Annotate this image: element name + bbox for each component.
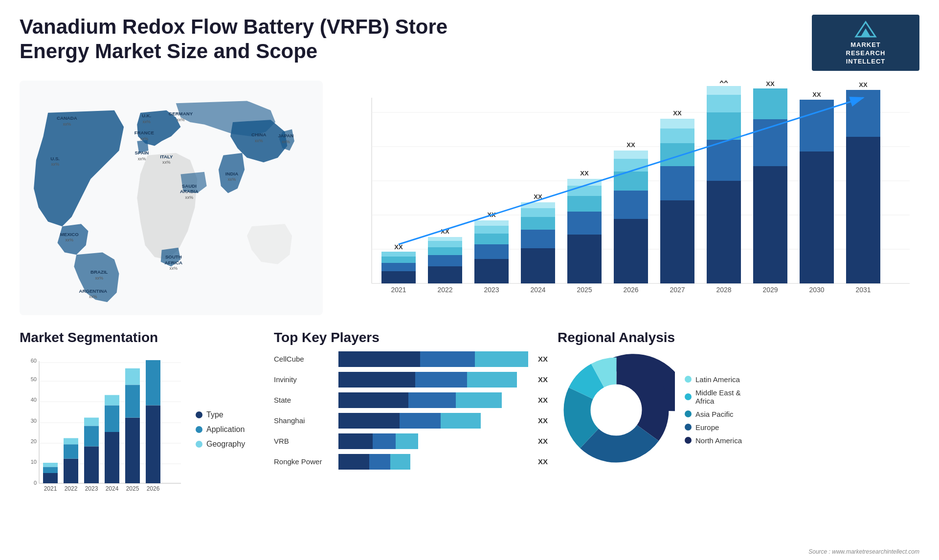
svg-text:2031: 2031 xyxy=(855,286,871,294)
map-label-canada: CANADA xyxy=(57,115,77,121)
svg-rect-80 xyxy=(707,86,741,95)
svg-text:xx%: xx% xyxy=(65,237,73,242)
legend-north-america: North America xyxy=(685,436,742,445)
svg-text:XX: XX xyxy=(580,170,589,177)
map-label-argentina: ARGENTINA xyxy=(79,288,107,293)
type-dot xyxy=(196,411,202,418)
main-bar-chart: XX 2021 XX 2022 XX 2023 xyxy=(333,81,919,315)
svg-text:2021: 2021 xyxy=(391,286,406,294)
player-row: Invinity XX xyxy=(274,372,548,388)
svg-text:0: 0 xyxy=(34,480,37,486)
svg-text:xx%: xx% xyxy=(177,117,185,122)
svg-rect-35 xyxy=(428,255,462,266)
legend-latin-america: Latin America xyxy=(685,375,742,384)
application-dot xyxy=(196,426,202,433)
svg-rect-84 xyxy=(753,119,787,166)
player-value-shanghai: XX xyxy=(538,416,548,425)
svg-rect-44 xyxy=(474,226,509,234)
svg-rect-78 xyxy=(707,112,741,140)
player-name-invinity: Invinity xyxy=(274,375,333,384)
application-label: Application xyxy=(206,425,245,434)
svg-text:ARABIA: ARABIA xyxy=(180,189,199,194)
svg-rect-65 xyxy=(614,159,648,172)
latin-america-label: Latin America xyxy=(695,375,740,384)
seg-legend-geography: Geography xyxy=(196,440,245,449)
svg-rect-120 xyxy=(84,446,99,483)
svg-rect-70 xyxy=(660,166,694,200)
player-value-cellcube: XX xyxy=(538,355,548,363)
map-label-brazil: BRAZIL xyxy=(90,269,108,275)
svg-rect-28 xyxy=(381,271,416,283)
svg-rect-37 xyxy=(428,241,462,247)
player-name-vrb: VRB xyxy=(274,437,333,445)
map-label-spain: SPAIN xyxy=(135,150,149,155)
svg-text:xx%: xx% xyxy=(138,156,146,161)
svg-rect-30 xyxy=(381,257,416,263)
svg-rect-50 xyxy=(521,217,555,230)
europe-label: Europe xyxy=(695,423,719,431)
map-label-japan: JAPAN xyxy=(278,133,293,138)
svg-rect-38 xyxy=(428,237,462,241)
svg-rect-56 xyxy=(567,212,602,235)
players-list: CellCube XX Invinity xyxy=(274,351,548,470)
svg-text:XX: XX xyxy=(626,141,635,149)
svg-rect-89 xyxy=(800,100,834,151)
svg-text:XX: XX xyxy=(673,109,682,117)
legend-asia-pacific: Asia Pacific xyxy=(685,410,742,418)
seg-legend-application: Application xyxy=(196,425,245,434)
svg-rect-124 xyxy=(105,432,119,483)
map-label-uk: U.K. xyxy=(142,113,152,118)
svg-rect-112 xyxy=(43,473,58,483)
svg-text:XX: XX xyxy=(766,81,775,87)
svg-rect-63 xyxy=(614,191,648,219)
svg-text:xx%: xx% xyxy=(89,294,97,299)
seg-legend-type: Type xyxy=(196,410,245,419)
logo-icon xyxy=(853,20,878,39)
regional-content: Latin America Middle East &Africa Asia P… xyxy=(558,351,919,469)
svg-rect-85 xyxy=(753,88,787,119)
svg-rect-41 xyxy=(474,259,509,283)
svg-rect-116 xyxy=(64,458,78,483)
logo-text: MARKET RESEARCH INTELLECT xyxy=(846,41,886,66)
svg-rect-113 xyxy=(43,467,58,473)
svg-text:50: 50 xyxy=(31,376,37,382)
svg-text:XX: XX xyxy=(859,81,868,88)
svg-text:xx%: xx% xyxy=(255,138,263,143)
geography-label: Geography xyxy=(206,440,245,449)
player-bar-state xyxy=(338,392,528,408)
map-label-france: FRANCE xyxy=(134,130,155,135)
regional-legend: Latin America Middle East &Africa Asia P… xyxy=(685,375,742,445)
svg-text:2026: 2026 xyxy=(147,485,160,492)
player-value-vrb: XX xyxy=(538,437,548,445)
svg-text:2023: 2023 xyxy=(484,286,499,294)
svg-rect-121 xyxy=(84,426,99,446)
europe-dot xyxy=(685,424,692,431)
svg-rect-48 xyxy=(521,248,555,283)
svg-rect-73 xyxy=(660,119,694,129)
svg-rect-43 xyxy=(474,234,509,244)
map-label-germany: GERMANY xyxy=(169,111,193,116)
svg-rect-126 xyxy=(105,395,119,405)
svg-text:2028: 2028 xyxy=(716,286,731,294)
svg-text:2027: 2027 xyxy=(670,286,685,294)
svg-text:60: 60 xyxy=(31,358,37,364)
key-players-section: Top Key Players CellCube XX Invinity xyxy=(274,330,548,535)
svg-rect-29 xyxy=(381,263,416,271)
svg-text:2024: 2024 xyxy=(106,485,119,492)
svg-rect-79 xyxy=(707,95,741,112)
seg-legend: Type Application Geography xyxy=(196,410,245,449)
middle-east-africa-label: Middle East &Africa xyxy=(695,388,741,405)
svg-text:XX: XX xyxy=(812,91,821,98)
player-bar-cellcube xyxy=(338,351,528,367)
player-bar-invinity xyxy=(338,372,528,388)
svg-rect-93 xyxy=(846,90,880,137)
svg-text:XX: XX xyxy=(719,81,728,85)
middle-east-africa-dot xyxy=(685,393,692,400)
legend-europe: Europe xyxy=(685,423,742,431)
svg-rect-34 xyxy=(428,266,462,283)
svg-text:2029: 2029 xyxy=(762,286,778,294)
player-value-state: XX xyxy=(538,396,548,404)
map-label-china: CHINA xyxy=(251,132,267,137)
top-section: CANADA xx% U.S. xx% MEXICO xx% BRAZIL xx… xyxy=(20,81,919,315)
donut-container xyxy=(558,351,675,469)
